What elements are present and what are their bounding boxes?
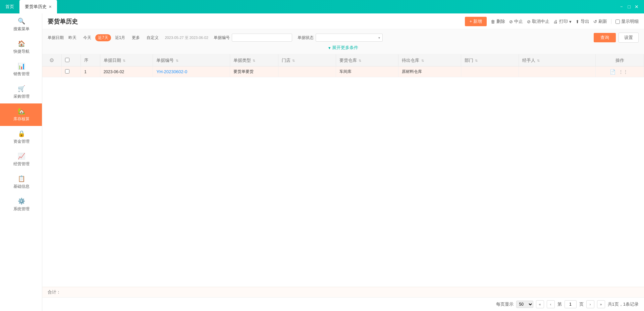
- sidebar-item-purchase-mgmt[interactable]: 🛒 采购管理: [0, 81, 42, 103]
- inventory-icon: 🏡: [18, 107, 25, 115]
- th-dept[interactable]: 部门 ⇅: [461, 54, 519, 66]
- gear-icon[interactable]: ⚙: [46, 57, 58, 63]
- page-size-label: 每页显示: [496, 301, 514, 307]
- tab-close-icon[interactable]: ✕: [49, 5, 52, 9]
- op-more-icon[interactable]: ⋮⋮: [619, 69, 628, 75]
- filter-date-options: 昨天 今天 近7天 近1月 更多 自定义: [66, 34, 161, 41]
- cell-gear: [42, 66, 61, 77]
- date-btn-yesterday[interactable]: 昨天: [66, 34, 79, 41]
- next-page-button[interactable]: ›: [586, 300, 594, 308]
- display-detail-input[interactable]: [615, 19, 620, 24]
- sort-doctype-icon: ⇅: [253, 59, 255, 62]
- page-jump-label: 第: [557, 301, 562, 307]
- refresh-button[interactable]: ↺ 刷新: [593, 18, 607, 25]
- sort-handler-icon: ⇅: [537, 59, 540, 62]
- sort-store-icon: ⇅: [292, 59, 295, 62]
- tab-requisition-history[interactable]: 要货单历史 ✕: [19, 0, 57, 13]
- date-btn-7days[interactable]: 近7天: [95, 34, 111, 41]
- first-page-button[interactable]: «: [536, 300, 544, 308]
- th-op: 操作: [596, 54, 644, 66]
- th-row-no: 序: [81, 54, 100, 66]
- delete-button[interactable]: 🗑 删除: [491, 18, 505, 25]
- op-edit-icon[interactable]: 📄: [610, 69, 615, 75]
- sidebar-item-search-menu[interactable]: 🔍 搜索菜单: [0, 13, 42, 36]
- cell-handler: [519, 66, 596, 77]
- page-size-select[interactable]: 50 10 20 100: [516, 301, 533, 308]
- export-icon: ⬆: [576, 19, 579, 24]
- cell-no: 1: [81, 66, 100, 77]
- cell-op: 📄 ⋮⋮: [596, 66, 644, 77]
- date-btn-custom[interactable]: 自定义: [144, 34, 161, 41]
- sidebar: 🔍 搜索菜单 🏠 快捷导航 📊 销售管理 🛒 采购管理 🏡 库存核算 🔒 资金管…: [0, 13, 42, 311]
- sidebar-item-sales-mgmt[interactable]: 📊 销售管理: [0, 58, 42, 81]
- last-page-button[interactable]: »: [597, 300, 605, 308]
- system-icon: ⚙️: [18, 197, 25, 205]
- row-checkbox[interactable]: [65, 69, 69, 74]
- close-icon[interactable]: ✕: [635, 4, 639, 9]
- filter-row: 单据日期 昨天 今天 近7天 近1月 更多 自定义 2023-05-27 至 2…: [48, 33, 639, 43]
- operations-icon: 📈: [18, 152, 25, 160]
- sort-wait-wh-icon: ⇅: [421, 59, 424, 62]
- docnum-link[interactable]: YH-20230602-0: [156, 69, 187, 74]
- delete-icon: 🗑: [491, 19, 495, 24]
- sidebar-item-quick-nav[interactable]: 🏠 快捷导航: [0, 36, 42, 58]
- page-unit-label: 页: [579, 301, 584, 307]
- sidebar-item-basic-info[interactable]: 📋 基础信息: [0, 171, 42, 193]
- th-date[interactable]: 单据日期 ⇅: [100, 54, 153, 66]
- main-layout: 🔍 搜索菜单 🏠 快捷导航 📊 销售管理 🛒 采购管理 🏡 库存核算 🔒 资金管…: [0, 13, 644, 311]
- page-footer: 每页显示 50 10 20 100 « ‹ 第 页 › » 共1页，1条记录: [42, 297, 644, 311]
- sidebar-item-finance-mgmt[interactable]: 🔒 资金管理: [0, 126, 42, 148]
- page-title: 要货单历史: [48, 17, 78, 26]
- sidebar-item-operations-mgmt[interactable]: 📈 经营管理: [0, 148, 42, 171]
- th-req-warehouse[interactable]: 要货仓库 ⇅: [336, 54, 398, 66]
- toolbar-divider: [611, 19, 611, 24]
- date-btn-1month[interactable]: 近1月: [112, 34, 128, 41]
- minimize-icon[interactable]: －: [619, 4, 624, 10]
- maximize-icon[interactable]: □: [628, 4, 631, 9]
- footer-total-label: 合计：: [48, 289, 61, 295]
- th-checkbox[interactable]: [61, 54, 80, 66]
- top-bar: 首页 要货单历史 ✕ － □ ✕: [0, 0, 644, 13]
- export-button[interactable]: ⬆ 导出: [576, 18, 589, 25]
- sort-date-icon: ⇅: [123, 59, 125, 62]
- th-store[interactable]: 门店 ⇅: [278, 54, 336, 66]
- toolbar: + 新增 🗑 删除 ⊘ 中止 ⊘ 取消中止 🖨 打印 ▾: [465, 17, 639, 26]
- stop-button[interactable]: ⊘ 中止: [509, 18, 523, 25]
- finance-icon: 🔒: [18, 130, 25, 137]
- th-gear[interactable]: ⚙: [42, 54, 61, 66]
- cell-req-warehouse: 车间库: [336, 66, 398, 77]
- table-body: 1 2023-06-02 YH-20230602-0 要货单要货 车间库 原材料…: [42, 66, 644, 77]
- sort-docnum-icon: ⇅: [176, 59, 178, 62]
- cancel-stop-button[interactable]: ⊘ 取消中止: [527, 18, 549, 25]
- cell-docnum: YH-20230602-0: [153, 66, 230, 77]
- tab-home[interactable]: 首页: [0, 0, 19, 13]
- search-menu-icon: 🔍: [18, 17, 25, 25]
- filter-docno-input[interactable]: [232, 34, 292, 42]
- cell-checkbox[interactable]: [61, 66, 80, 77]
- prev-page-button[interactable]: ‹: [547, 300, 555, 308]
- th-doctype[interactable]: 单据类型 ⇅: [230, 54, 278, 66]
- table-row: 1 2023-06-02 YH-20230602-0 要货单要货 车间库 原材料…: [42, 66, 644, 77]
- settings-button[interactable]: 设置: [619, 33, 639, 43]
- print-button[interactable]: 🖨 打印 ▾: [553, 18, 572, 25]
- select-all-checkbox[interactable]: [65, 58, 69, 62]
- date-btn-more[interactable]: 更多: [129, 34, 143, 41]
- sort-req-wh-icon: ⇅: [359, 59, 361, 62]
- top-bar-right: － □ ✕: [619, 4, 644, 10]
- cancel-stop-icon: ⊘: [527, 19, 531, 24]
- add-button[interactable]: + 新增: [465, 17, 487, 26]
- page-number-input[interactable]: [565, 300, 577, 308]
- th-pending-warehouse[interactable]: 待出仓库 ⇅: [398, 54, 461, 66]
- filter-status-select[interactable]: [316, 34, 383, 42]
- sidebar-item-system-mgmt[interactable]: ⚙️ 系统管理: [0, 193, 42, 216]
- cell-doctype: 要货单要货: [230, 66, 278, 77]
- display-detail-checkbox[interactable]: 显示明细: [615, 18, 639, 25]
- sidebar-item-inventory[interactable]: 🏡 库存核算: [0, 103, 42, 126]
- date-btn-today[interactable]: 今天: [80, 34, 94, 41]
- th-docnum[interactable]: 单据编号 ⇅: [153, 54, 230, 66]
- filter-status-group: 单据状态: [298, 34, 383, 42]
- expand-more-button[interactable]: ▾ 展开更多条件: [48, 45, 639, 51]
- stop-icon: ⊘: [509, 19, 513, 24]
- th-handler[interactable]: 经手人 ⇅: [519, 54, 596, 66]
- query-button[interactable]: 查询: [594, 33, 616, 42]
